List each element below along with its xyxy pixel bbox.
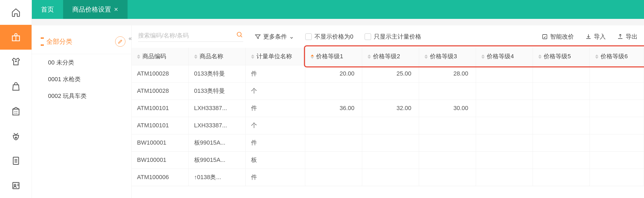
cell: ↑0138奥... [189,169,245,186]
col-header[interactable]: 价格等级4 [476,48,533,65]
edit-category-button[interactable] [115,36,125,47]
rail-building[interactable] [0,99,32,124]
rail-bag[interactable] [0,74,32,99]
svg-point-1 [15,61,16,62]
cell [305,169,362,186]
cell [305,82,362,100]
cell [419,134,476,151]
search-icon[interactable] [236,31,243,40]
category-item[interactable]: 0001 水枪类 [32,71,131,88]
col-label: 价格等级5 [544,53,571,60]
side-rail [0,0,32,198]
col-label: 商品名称 [200,53,223,60]
category-item[interactable]: 0002 玩具车类 [32,88,131,104]
cell: ATM100028 [132,82,189,100]
hide-zero-label: 不显示价格为0 [314,33,353,41]
cell [533,65,590,82]
tab-bar: 首页商品价格设置✕ [32,0,644,19]
cell: BW100001 [132,134,189,151]
rail-home[interactable] [0,0,32,25]
cell [476,117,533,134]
cell: 30.00 [419,100,476,117]
cell [590,117,644,134]
cell [590,65,644,82]
cell: 0133奥特曼 [189,82,245,100]
cell: 25.00 [362,65,419,82]
col-header[interactable]: 价格等级6 [590,48,644,65]
import-label: 导入 [594,33,606,41]
rail-gift[interactable] [0,25,32,50]
cell: 件 [245,134,305,151]
col-header[interactable]: 价格等级5 [533,48,590,65]
cell: 板99015A... [189,151,245,169]
table-row[interactable]: BW100001板99015A...板 [132,151,644,169]
cell [476,65,533,82]
cell [533,134,590,151]
cell [533,169,590,186]
cell [476,151,533,169]
cell: ATM100101 [132,117,189,134]
cell [419,117,476,134]
col-header[interactable]: 商品名称 [189,48,245,65]
rail-shirt[interactable] [0,50,32,74]
svg-point-5 [14,184,16,186]
sort-icon [424,54,428,59]
only-main-checkbox[interactable]: 只显示主计量价格 [365,33,421,41]
cell [305,151,362,169]
col-header[interactable]: 价格等级2 [362,48,419,65]
smart-edit-button[interactable]: 智能改价 [542,33,574,41]
col-label: 价格等级3 [430,53,457,60]
cell: 件 [245,169,305,186]
category-item[interactable]: 00 未分类 [32,54,131,71]
cell [533,151,590,169]
category-sidebar: ▪▪▪▪ 全部分类 « 00 未分类0001 水枪类0002 玩具车类 [32,25,132,198]
toolbar: 更多条件 ⌄ 不显示价格为0 只显示主计量价格 智能改价 [132,25,644,48]
sort-icon [538,54,542,59]
sort-icon [251,54,254,59]
rail-contact[interactable] [0,173,32,198]
rail-list[interactable] [0,149,32,173]
table-row[interactable]: ATM100101LXH33387...件36.0032.0030.00 [132,100,644,117]
cell: 板 [245,151,305,169]
tab-label: 商品价格设置 [72,5,111,14]
cell [533,100,590,117]
more-filters-label: 更多条件 [263,33,287,41]
cell [476,134,533,151]
tab-商品价格设置[interactable]: 商品价格设置✕ [63,0,128,19]
table-row[interactable]: ATM1000280133奥特曼件20.0025.0028.00 [132,65,644,82]
close-icon[interactable]: ✕ [114,6,118,13]
category-list: 00 未分类0001 水枪类0002 玩具车类 [32,54,131,104]
category-title: 全部分类 [46,37,72,46]
cell [533,82,590,100]
cell [590,134,644,151]
svg-rect-2 [13,109,19,115]
tab-首页[interactable]: 首页 [32,0,63,19]
col-header[interactable]: 价格等级1 [305,48,362,65]
import-button[interactable]: 导入 [585,33,606,41]
sort-icon [311,54,314,59]
cell: ATM100101 [132,100,189,117]
table-row[interactable]: ATM100101LXH33387...个 [132,117,644,134]
sort-icon [595,54,598,59]
export-label: 导出 [626,33,638,41]
search-input[interactable] [138,32,236,39]
col-header[interactable]: 商品编码 [132,48,189,65]
table-row[interactable]: ATM1000280133奥特曼个 [132,82,644,100]
rail-money[interactable] [0,124,32,149]
checkbox-icon [365,33,371,40]
export-button[interactable]: 导出 [617,33,638,41]
col-header[interactable]: 价格等级3 [419,48,476,65]
table-row[interactable]: ATM100006↑0138奥...件 [132,169,644,186]
table-row[interactable]: BW100001板99015A...件 [132,134,644,151]
price-table: 商品编码商品名称计量单位名称价格等级1价格等级2价格等级3价格等级4价格等级5价… [132,48,644,198]
hide-zero-checkbox[interactable]: 不显示价格为0 [305,33,353,41]
col-header[interactable]: 计量单位名称 [245,48,305,65]
cell [362,117,419,134]
col-label: 商品编码 [142,53,166,60]
cell [476,100,533,117]
more-filters-button[interactable]: 更多条件 ⌄ [255,33,294,41]
cell [590,151,644,169]
svg-point-6 [237,32,241,36]
svg-rect-7 [543,35,547,39]
cell: 36.00 [305,100,362,117]
